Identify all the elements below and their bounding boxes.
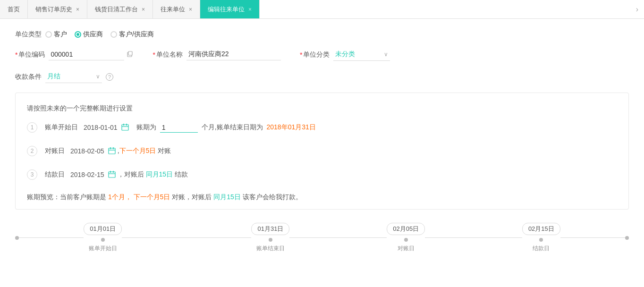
unit-category-label: 单位分类 (303, 51, 330, 59)
unit-code-label: 单位编码 (18, 51, 45, 59)
settings-card: 请按照未来的一个完整帐期进行设置 1 账单开始日 2018-01-01 账期为 … (15, 93, 629, 210)
unit-code-group: * 单位编码 (15, 49, 134, 60)
timeline-badge-1: 01月01日 (84, 223, 122, 235)
step-number-2: 2 (27, 146, 37, 156)
radio-circle-supplier (75, 31, 81, 38)
timeline-line-seg2 (122, 237, 251, 238)
timeline-line-seg1 (19, 237, 84, 238)
timeline-label-4: 结款日 (533, 245, 550, 253)
tab-more-button[interactable]: › (630, 5, 644, 14)
close-icon[interactable]: × (189, 6, 192, 13)
calendar-icon-3[interactable] (108, 170, 116, 179)
timeline-label-3: 对账日 (398, 245, 415, 253)
period-unit: 个月,账单结束日期为 (202, 123, 263, 132)
radio-customer[interactable]: 客户 (45, 30, 67, 39)
timeline-dot-4 (539, 238, 543, 242)
unit-category-select[interactable]: 未分类 ∨ (333, 48, 390, 61)
preview-highlight1: 1个月， (108, 193, 132, 201)
radio-group: 客户 供应商 客户/供应商 (45, 30, 154, 39)
step-label-2: 对账日 (45, 147, 65, 155)
radio-both[interactable]: 客户/供应商 (110, 30, 154, 39)
main-content: 单位类型 客户 供应商 客户/供应商 * 单位编码 (0, 19, 644, 287)
step-row-3: 3 结款日 2018-02-15 ，对账后 同月15日 结款 (27, 169, 617, 180)
tab-home[interactable]: 首页 (0, 0, 28, 18)
preview-prefix: 账期预览：当前客户账期是 (27, 193, 106, 201)
unit-category-required: * (300, 51, 302, 59)
unit-category-value: 未分类 (335, 50, 380, 59)
svg-rect-10 (109, 172, 115, 177)
unit-type-label: 单位类型 (15, 30, 42, 39)
unit-code-input[interactable] (49, 49, 124, 60)
card-title: 请按照未来的一个完整帐期进行设置 (27, 104, 617, 113)
step-number-3: 3 (27, 169, 37, 180)
tab-cash-ledger[interactable]: 钱货日清工作台 × (87, 0, 153, 18)
step-row-2: 2 对账日 2018-02-05 ,下一个月5日 对账 (27, 146, 617, 156)
radio-circle-customer (45, 31, 52, 38)
step-date-2: 2018-02-05 (70, 147, 104, 155)
unit-type-row: 单位类型 客户 供应商 客户/供应商 (15, 30, 629, 39)
chevron-down-icon: ∨ (384, 51, 388, 58)
close-icon[interactable]: × (142, 6, 145, 13)
preview-section: 账期预览：当前客户账期是 1个月， 下一个月5日 对账，对账后 同月15日 该客… (16, 186, 628, 209)
timeline-line-seg3 (289, 237, 387, 238)
svg-rect-2 (122, 125, 128, 130)
tab-partner-units[interactable]: 往来单位 × (153, 0, 200, 18)
preview-middle2: 对账，对账后 (172, 193, 213, 201)
step-row-1: 1 账单开始日 2018-01-01 账期为 个月,账单结束日期为 2018年0… (27, 122, 617, 133)
payment-terms-label: 收款条件 (15, 73, 42, 81)
timeline-dot-3 (404, 238, 408, 242)
period-end-date: 2018年01月31日 (267, 123, 316, 132)
step-date-1: 2018-01-01 (84, 124, 118, 131)
timeline-dot-2 (269, 238, 272, 242)
copy-icon[interactable] (126, 50, 134, 59)
timeline-node-3: 02月05日 对账日 (387, 223, 425, 253)
timeline-section: 01月01日 账单开始日 01月31日 账单结束日 02月05日 对账日 02月… (15, 219, 629, 253)
timeline-end-dot (625, 236, 629, 240)
step-suffix-2: ,下一个月5日 对账 (118, 147, 171, 155)
unit-name-input[interactable] (186, 49, 281, 60)
timeline-badge-2: 01月31日 (251, 223, 289, 235)
tab-edit-partner[interactable]: 编辑往来单位 × (200, 0, 260, 18)
step-number-1: 1 (27, 122, 37, 133)
timeline-start-dot (15, 236, 19, 240)
timeline-line-seg5 (560, 237, 625, 238)
timeline-dot-1 (101, 238, 105, 242)
unit-name-required: * (153, 51, 155, 59)
preview-middle1: 下一个月5日 (134, 193, 170, 201)
timeline-label-1: 账单开始日 (89, 245, 117, 253)
svg-rect-1 (128, 51, 132, 55)
chevron-down-icon: ∨ (96, 73, 100, 80)
timeline-node-1: 01月01日 账单开始日 (84, 223, 122, 253)
unit-name-label: 单位名称 (156, 51, 183, 59)
timeline-badge-4: 02月15日 (522, 223, 560, 235)
timeline-line-seg4 (425, 237, 522, 238)
preview-suffix: 该客户会给我打款。 (243, 193, 302, 201)
period-label: 账期为 (136, 123, 156, 132)
tab-bar: 首页 销售订单历史 × 钱货日清工作台 × 往来单位 × 编辑往来单位 × › (0, 0, 644, 19)
unit-type-group: 单位类型 客户 供应商 客户/供应商 (15, 30, 154, 39)
period-input[interactable] (160, 123, 198, 133)
calendar-icon-2[interactable] (108, 147, 116, 156)
radio-supplier[interactable]: 供应商 (75, 30, 103, 39)
step-suffix-3: ，对账后 同月15日 结款 (118, 170, 188, 179)
payment-terms-row: 收款条件 月结 ∨ ? (15, 70, 629, 83)
unit-category-group: * 单位分类 未分类 ∨ (300, 48, 390, 61)
timeline-badge-3: 02月05日 (387, 223, 425, 235)
unit-code-required: * (15, 51, 17, 59)
step-label-1: 账单开始日 (45, 123, 78, 132)
preview-highlight2: 同月15日 (213, 193, 241, 201)
close-icon[interactable]: × (76, 6, 79, 13)
calendar-icon-1[interactable] (121, 123, 129, 132)
timeline-label-2: 账单结束日 (256, 245, 285, 253)
step-date-3: 2018-02-15 (70, 171, 104, 178)
step-label-3: 结款日 (45, 170, 65, 179)
payment-terms-value: 月结 (47, 72, 92, 81)
radio-circle-both (110, 31, 117, 38)
payment-terms-select[interactable]: 月结 ∨ (45, 70, 102, 83)
payment-terms-group: 收款条件 月结 ∨ ? (15, 70, 113, 83)
svg-rect-6 (109, 148, 115, 154)
help-icon[interactable]: ? (106, 73, 113, 81)
timeline-node-4: 02月15日 结款日 (522, 223, 560, 253)
close-icon[interactable]: × (248, 6, 252, 13)
tab-sales-history[interactable]: 销售订单历史 × (28, 0, 87, 18)
